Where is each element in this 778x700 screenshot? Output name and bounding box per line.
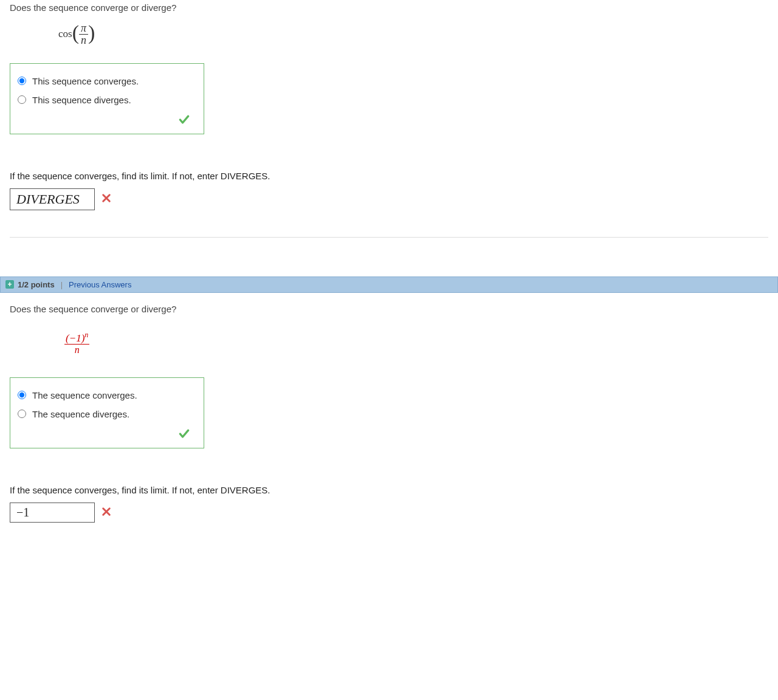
q1-answer-input[interactable]: DIVERGES xyxy=(10,188,95,210)
q2-limit-prompt: If the sequence converges, find its limi… xyxy=(10,485,768,495)
q1-radio-diverges-label: This sequence diverges. xyxy=(32,95,131,105)
x-incorrect-icon xyxy=(101,506,112,519)
q2-radio-converges-label: The sequence converges. xyxy=(32,390,137,400)
expand-plus-icon[interactable]: + xyxy=(5,280,14,289)
q1-radio-converges-label: This sequence converges. xyxy=(32,76,139,86)
q2-radio-diverges-label: The sequence diverges. xyxy=(32,409,129,419)
func-cos: cos xyxy=(58,28,72,40)
x-incorrect-icon xyxy=(101,193,112,205)
q1-formula: cos ( π n ) xyxy=(58,22,768,46)
q1-prompt: Does the sequence converge or diverge? xyxy=(10,2,768,13)
previous-answers-link[interactable]: Previous Answers xyxy=(69,280,131,289)
pipe-divider: | xyxy=(61,280,63,289)
q2-radio-group: The sequence converges. The sequence div… xyxy=(10,377,204,448)
q2-formula-den: n xyxy=(75,345,80,355)
q2-formula-base: (−1) xyxy=(66,332,84,343)
q2-answer-input[interactable]: −1 xyxy=(10,503,95,523)
q1-radio-diverges[interactable] xyxy=(18,95,26,104)
points-bar: + 1/2 points | Previous Answers xyxy=(0,276,778,293)
q1-limit-prompt: If the sequence converges, find its limi… xyxy=(10,171,768,181)
fraction-pi-over-n: π n xyxy=(79,22,88,46)
q1-radio-group: This sequence converges. This sequence d… xyxy=(10,63,204,134)
q2-radio-converges[interactable] xyxy=(18,391,26,399)
q2-formula: (−1)n n xyxy=(64,331,89,355)
q1-radio-converges[interactable] xyxy=(18,77,26,85)
separator-line xyxy=(10,237,768,238)
q2-radio-diverges[interactable] xyxy=(18,410,26,418)
checkmark-icon xyxy=(178,117,190,128)
q2-prompt: Does the sequence converge or diverge? xyxy=(10,304,768,314)
q2-formula-exp: n xyxy=(84,331,88,339)
points-score: 1/2 points xyxy=(18,280,55,289)
checkmark-icon xyxy=(178,431,190,442)
